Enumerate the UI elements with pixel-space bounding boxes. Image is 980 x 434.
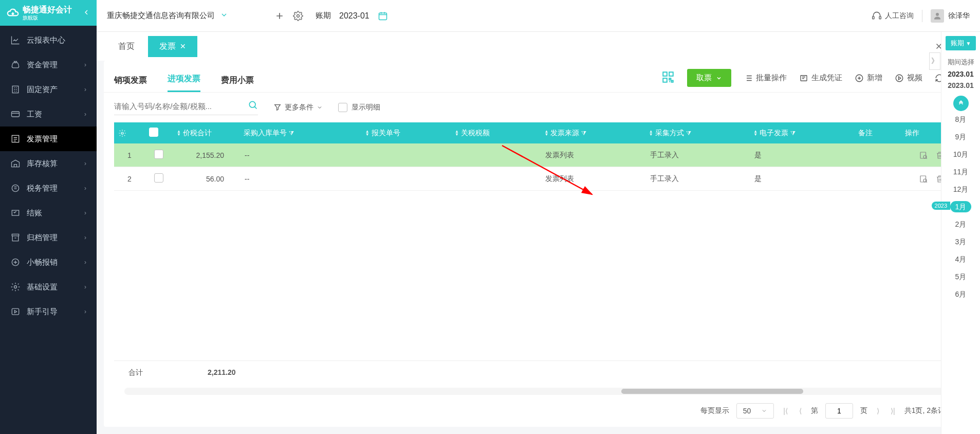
column-settings[interactable] [114, 122, 145, 143]
svg-point-3 [12, 185, 19, 191]
brand-name: 畅捷通好会计 [23, 5, 72, 15]
more-conditions[interactable]: 更多条件 [273, 103, 323, 112]
sidebar-item-reimburse[interactable]: 小畅报销 › [0, 250, 97, 275]
subtab-output[interactable]: 销项发票 [114, 75, 147, 92]
gen-voucher-button[interactable]: 生成凭证 [799, 73, 842, 83]
period-value[interactable]: 2023-01 [339, 11, 369, 21]
rail-month[interactable]: 9月 [955, 133, 967, 142]
search-icon[interactable] [248, 100, 258, 113]
column-collect[interactable]: ▲▼采集方式⧩ [645, 122, 749, 143]
rail-year-top[interactable]: 2023.01 [948, 70, 974, 78]
view-icon[interactable] [919, 174, 928, 184]
column-customs-no[interactable]: ▲▼报关单号 [361, 122, 451, 143]
svg-rect-4 [12, 210, 19, 215]
chevron-right-icon: › [84, 209, 86, 216]
org-selector[interactable]: 重庆畅捷交通信息咨询有限公司 [107, 11, 266, 21]
subtab-expense[interactable]: 费用小票 [221, 75, 254, 92]
svg-point-7 [14, 286, 17, 288]
tab-home[interactable]: 首页 [107, 36, 146, 57]
rail-month[interactable]: 5月 [955, 273, 967, 282]
sidebar-item-settings[interactable]: 基础设置 › [0, 275, 97, 299]
column-remark[interactable]: 备注 [854, 122, 901, 143]
add-label: 新增 [867, 73, 882, 83]
rail-month[interactable]: 11月 [953, 168, 969, 177]
subtab-input[interactable]: 进项发票 [168, 74, 200, 92]
row-checkbox[interactable] [145, 167, 173, 191]
video-button[interactable]: 视频 [895, 73, 922, 83]
sidebar-item-payroll[interactable]: 工资 › [0, 102, 97, 126]
chevron-right-icon: › [84, 86, 86, 93]
sidebar-item-close[interactable]: 结账 › [0, 201, 97, 225]
invoice-icon [10, 134, 21, 144]
row-collect: 手工录入 [645, 143, 749, 167]
rail-month[interactable]: 4月 [955, 255, 967, 264]
rail-collapse[interactable]: 》 [929, 52, 940, 70]
table-row[interactable]: 2 56.00 -- 发票列表 手工录入 是 [114, 167, 963, 191]
rail-scroll-up[interactable] [953, 96, 969, 111]
svg-rect-5 [12, 234, 19, 236]
rail-month[interactable]: 3月 [955, 238, 967, 247]
fetch-invoice-button[interactable]: 取票 [687, 69, 731, 87]
show-detail-toggle[interactable]: 显示明细 [338, 103, 380, 112]
batch-ops-button[interactable]: 批量操作 [744, 73, 787, 83]
calendar-icon[interactable] [378, 11, 388, 21]
column-einvoice[interactable]: ▲▼电子发票⧩ [749, 122, 854, 143]
sidebar-item-funds[interactable]: 资金管理 › [0, 52, 97, 77]
column-amount[interactable]: ▲▼价税合计 [173, 122, 239, 143]
column-select-all[interactable] [145, 122, 173, 143]
horizontal-scrollbar[interactable] [124, 388, 952, 395]
view-icon[interactable] [919, 151, 928, 160]
pager-last[interactable]: ⟩| [889, 405, 897, 417]
column-purchase-no[interactable]: 采购入库单号⧩ [239, 122, 361, 143]
sidebar-item-inventory[interactable]: 库存核算 › [0, 151, 97, 176]
svg-point-9 [297, 14, 300, 17]
tax-icon [10, 183, 21, 193]
voucher-icon [799, 74, 808, 83]
sidebar-item-tax[interactable]: 税务管理 › [0, 176, 97, 201]
play-circle-icon [895, 74, 904, 83]
rail-month[interactable]: 20231月 [950, 203, 972, 212]
svg-rect-16 [663, 78, 667, 82]
rail-period-button[interactable]: 账期 ▼ [946, 36, 976, 50]
user-menu[interactable]: 徐泽华 [931, 9, 970, 23]
add-icon[interactable] [274, 11, 285, 21]
sidebar-collapse-icon[interactable] [82, 8, 90, 18]
rail-year-bottom[interactable]: 2023.01 [948, 81, 974, 89]
rail-month[interactable]: 2月 [955, 220, 967, 229]
per-page-select[interactable]: 50 [736, 403, 774, 419]
sidebar-item-guide[interactable]: 新手引导 › [0, 299, 97, 324]
filter-icon: ⧩ [686, 130, 691, 137]
sidebar-item-report-center[interactable]: 云报表中心 [0, 28, 97, 52]
sort-icon: ▲▼ [455, 130, 459, 136]
support-link[interactable]: 人工咨询 [872, 11, 914, 21]
table-row[interactable]: 1 2,155.20 -- 发票列表 手工录入 是 [114, 143, 963, 167]
tab-invoice[interactable]: 发票 ✕ [148, 36, 197, 57]
column-tariff[interactable]: ▲▼关税税额 [451, 122, 540, 143]
batch-label: 批量操作 [756, 73, 787, 83]
sidebar-item-fixed-assets[interactable]: 固定资产 › [0, 77, 97, 102]
cloud-logo-icon [6, 6, 20, 20]
pager-suffix: 页 [860, 406, 867, 415]
search-input[interactable] [114, 102, 243, 111]
voucher-label: 生成凭证 [811, 73, 842, 83]
qr-icon[interactable] [661, 70, 675, 85]
pager-next[interactable]: ⟩ [875, 405, 881, 417]
sidebar-item-label: 资金管理 [27, 60, 58, 70]
rail-month[interactable]: 12月 [953, 185, 969, 194]
rail-month[interactable]: 6月 [955, 290, 967, 299]
pager-first[interactable]: |⟨ [781, 405, 790, 417]
rail-month[interactable]: 8月 [955, 115, 967, 124]
column-source[interactable]: ▲▼发票来源⧩ [540, 122, 644, 143]
pager-prev[interactable]: ⟨ [797, 405, 804, 417]
settings-icon[interactable] [293, 11, 303, 21]
add-button[interactable]: 新增 [855, 73, 882, 83]
tab-close-icon[interactable]: ✕ [180, 42, 186, 50]
sidebar-item-archive[interactable]: 归档管理 › [0, 225, 97, 250]
pager-page-input[interactable] [825, 403, 853, 419]
archive-icon [10, 232, 21, 243]
rail-month[interactable]: 10月 [953, 150, 969, 159]
building-icon [10, 84, 21, 95]
row-checkbox[interactable] [145, 143, 173, 167]
row-tariff [451, 167, 540, 191]
sidebar-item-invoice-mgmt[interactable]: 发票管理 [0, 126, 97, 151]
